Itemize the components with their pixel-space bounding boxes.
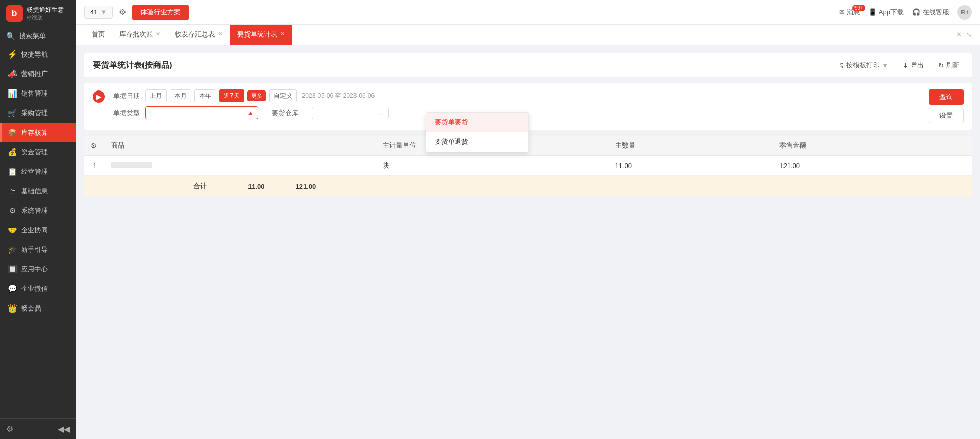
search-menu[interactable]: 🔍 搜索菜单 (0, 27, 76, 45)
avatar[interactable]: Rit (957, 5, 972, 20)
total-label: 合计 (193, 181, 207, 191)
chevron-down-icon: ▼ (882, 62, 888, 69)
trial-button[interactable]: 体验行业方案 (132, 5, 189, 20)
chevron-down-icon: ▼ (100, 8, 107, 16)
tab-summary[interactable]: 收发存汇总表 ✕ (168, 25, 230, 45)
date-btn-last-month[interactable]: 上月 (145, 89, 167, 102)
sidebar: b 畅捷通好生意 标准版 🔍 搜索菜单 ⚡ 快捷导航 📣 营销推广 📊 销售管理… (0, 0, 76, 439)
operations-icon: 📋 (8, 167, 17, 176)
tab-batch-account[interactable]: 库存批次账 ✕ (112, 25, 168, 45)
tab-home[interactable]: 首页 (84, 25, 112, 45)
table-footer: 合计 11.00 121.00 (84, 176, 972, 196)
more-icon: … (378, 109, 384, 117)
logo-text: 畅捷通好生意 标准版 (27, 6, 64, 22)
sidebar-item-sales[interactable]: 📊 销售管理 (0, 84, 76, 103)
sidebar-item-marketing[interactable]: 📣 营销推广 (0, 64, 76, 84)
warehouse-label: 要货仓库 (272, 108, 298, 118)
header-right: ✉ 消息 99+ 📱 App下载 🎧 在线客服 Rit (839, 5, 972, 20)
sidebar-bottom: ⚙ ◀◀ (0, 418, 76, 439)
system-icon: ⚙ (8, 206, 17, 215)
sales-icon: 📊 (8, 89, 17, 98)
company-num: 41 (90, 8, 97, 16)
sidebar-item-apps[interactable]: 🔲 应用中心 (0, 260, 76, 279)
page-content: 要货单统计表(按商品) 🖨 按模板打印 ▼ ⬇ 导出 ↻ 刷新 ▶ (76, 45, 980, 439)
total-quantity: 11.00 (248, 182, 265, 190)
date-filter-row: 单据日期 上月 本月 本年 近7天 更多 自定义 2023-05-06 至 20… (113, 89, 389, 102)
header-settings-icon[interactable]: ⚙ (119, 7, 126, 17)
sidebar-item-basic[interactable]: 🗂 基础信息 (0, 181, 76, 201)
table-row: 1 块 11.00 121.00 (84, 156, 972, 176)
type-filter-row: 单据类型 ▲ 要货仓库 … (113, 106, 389, 119)
sidebar-item-system[interactable]: ⚙ 系统管理 (0, 201, 76, 221)
app-logo: b 畅捷通好生意 标准版 (0, 0, 76, 27)
search-icon: 🔍 (6, 32, 15, 40)
col-settings-header: ⚙ (84, 136, 105, 156)
dropdown-item-return[interactable]: 要货单退货 (426, 132, 528, 152)
warehouse-select[interactable]: … (312, 107, 389, 119)
headset-icon: 🎧 (912, 8, 920, 16)
filter-settings-button[interactable]: 设置 (929, 108, 964, 123)
close-tab-batch[interactable]: ✕ (156, 31, 161, 38)
row-product (105, 156, 377, 176)
date-btn-this-month[interactable]: 本月 (170, 89, 191, 102)
sidebar-item-inventory[interactable]: 📦 库存核算 (0, 123, 76, 142)
date-range-buttons: 上月 本月 本年 近7天 更多 自定义 (145, 89, 297, 102)
query-button[interactable]: 查询 (929, 89, 964, 105)
type-dropdown: 要货单要货 要货单退货 (426, 112, 529, 152)
tab-order-stats[interactable]: 要货单统计表 ✕ (230, 25, 292, 45)
total-amount: 121.00 (296, 182, 316, 190)
date-btn-this-year[interactable]: 本年 (194, 89, 216, 102)
finance-icon: 💰 (8, 148, 17, 157)
title-actions: 🖨 按模板打印 ▼ ⬇ 导出 ↻ 刷新 (833, 59, 964, 72)
quick-icon: ⚡ (8, 50, 17, 59)
type-select[interactable]: ▲ (145, 106, 258, 119)
sidebar-item-finance[interactable]: 💰 资金管理 (0, 142, 76, 162)
date-label: 单据日期 (113, 92, 140, 101)
page-title-bar: 要货单统计表(按商品) 🖨 按模板打印 ▼ ⬇ 导出 ↻ 刷新 (84, 53, 972, 77)
apps-icon: 🔲 (8, 265, 17, 274)
tab-bar: 首页 库存批次账 ✕ 收发存汇总表 ✕ 要货单统计表 ✕ ✕ ⤡ (76, 25, 980, 45)
filter-group: 单据日期 上月 本月 本年 近7天 更多 自定义 2023-05-06 至 20… (113, 89, 389, 119)
sidebar-item-operations[interactable]: 📋 经营管理 (0, 162, 76, 181)
date-btn-more[interactable]: 更多 (247, 90, 266, 101)
sidebar-item-collab[interactable]: 🤝 企业协同 (0, 221, 76, 240)
refresh-button[interactable]: ↻ 刷新 (934, 59, 964, 72)
filter-actions: 查询 设置 (929, 89, 964, 123)
date-btn-7days[interactable]: 近7天 (219, 89, 244, 102)
inventory-icon: 📦 (8, 128, 17, 137)
logo-icon: b (6, 5, 23, 22)
close-tab-summary[interactable]: ✕ (218, 31, 223, 38)
guide-icon: 🎓 (8, 245, 17, 254)
settings-bottom-icon[interactable]: ⚙ (6, 424, 13, 434)
date-range-display: 2023-05-06 至 2023-06-06 (302, 92, 375, 100)
print-button[interactable]: 🖨 按模板打印 ▼ (833, 59, 893, 72)
top-header: 41 ▼ ⚙ 体验行业方案 ✉ 消息 99+ 📱 App下载 🎧 在线客服 Ri… (76, 0, 980, 25)
sidebar-item-purchase[interactable]: 🛒 采购管理 (0, 103, 76, 123)
message-icon: ✉ (839, 8, 845, 16)
export-button[interactable]: ⬇ 导出 (899, 59, 928, 72)
col-product-header: 商品 (105, 136, 377, 156)
date-btn-custom[interactable]: 自定义 (269, 89, 297, 102)
filter-expand-button[interactable]: ▶ (93, 90, 105, 103)
sidebar-item-guide[interactable]: 🎓 新手引导 (0, 240, 76, 260)
window-expand-icon[interactable]: ⤡ (966, 31, 972, 39)
window-shrink-icon[interactable]: ✕ (956, 31, 962, 39)
export-icon: ⬇ (903, 62, 908, 69)
company-selector[interactable]: 41 ▼ (84, 6, 113, 19)
messages-item[interactable]: ✉ 消息 99+ (839, 8, 860, 17)
col-quantity-header: 主数量 (609, 136, 774, 156)
sidebar-item-quick[interactable]: ⚡ 快捷导航 (0, 45, 76, 64)
collapse-icon[interactable]: ◀◀ (58, 424, 70, 434)
sidebar-item-member[interactable]: 👑 畅会员 (0, 299, 76, 318)
app-download-item[interactable]: 📱 App下载 (868, 8, 904, 17)
wecom-icon: 💬 (8, 284, 17, 294)
sidebar-item-wecom[interactable]: 💬 企业微信 (0, 279, 76, 299)
mobile-icon: 📱 (868, 8, 877, 16)
dropdown-item-order[interactable]: 要货单要货 (426, 113, 528, 132)
tab-bar-right: ✕ ⤡ (956, 31, 972, 39)
row-num: 1 (84, 156, 105, 176)
company-info: 41 ▼ ⚙ 体验行业方案 (84, 5, 839, 20)
service-item[interactable]: 🎧 在线客服 (912, 8, 949, 17)
settings-col-icon[interactable]: ⚙ (91, 142, 97, 150)
close-tab-order-stats[interactable]: ✕ (280, 31, 285, 38)
